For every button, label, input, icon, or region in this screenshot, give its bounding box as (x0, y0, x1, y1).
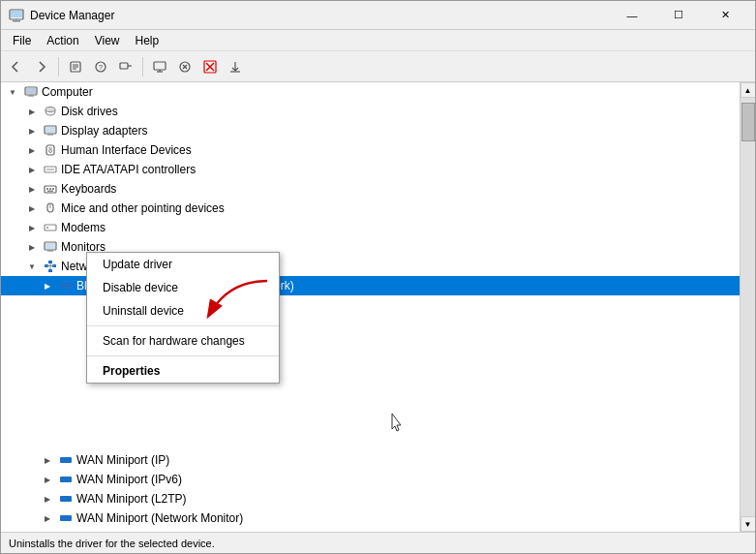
expand-display-icon[interactable]: ▶ (24, 123, 40, 138)
minimize-button[interactable]: — (610, 1, 654, 30)
tree-item-display[interactable]: ▶ Display adapters (1, 121, 740, 140)
scroll-down-arrow[interactable]: ▼ (741, 516, 756, 532)
tree-item-wan3[interactable]: ▶ WAN Miniport (L2TP) (1, 489, 740, 508)
toolbar-separator-2 (142, 57, 143, 77)
ctx-update-label: Update driver (103, 258, 172, 271)
svg-rect-61 (60, 515, 72, 521)
menu-help[interactable]: Help (128, 32, 167, 49)
tree-item-wan5[interactable]: ▶ WAN Miniport (PPPOE) (1, 528, 740, 532)
scroll-up-arrow[interactable]: ▲ (741, 82, 756, 98)
toolbar-separator-1 (58, 57, 59, 77)
ctx-disable-label: Disable device (103, 281, 178, 294)
action-button[interactable] (173, 55, 197, 78)
expand-network-icon[interactable]: ▼ (24, 259, 40, 274)
wan4-icon (58, 510, 74, 526)
tree-item-keyboards[interactable]: ▶ Keyboards (1, 179, 740, 199)
svg-rect-38 (49, 188, 51, 190)
tree-item-mice[interactable]: ▶ Mice and other pointing devices (1, 199, 740, 218)
computer-label: Computer (42, 85, 93, 99)
expand-ide-icon[interactable]: ▶ (24, 162, 40, 177)
expand-bluetooth-icon[interactable]: ▶ (40, 278, 55, 293)
computer-icon (23, 84, 39, 100)
ctx-disable-device[interactable]: Disable device (87, 276, 279, 299)
svg-rect-40 (47, 191, 53, 193)
expand-wan2-icon[interactable]: ▶ (40, 472, 55, 487)
remove-button[interactable] (198, 55, 222, 78)
update-button[interactable]: ? (89, 55, 112, 78)
svg-rect-23 (26, 88, 36, 94)
svg-rect-12 (154, 62, 166, 70)
tree-item-wan1[interactable]: ▶ WAN Miniport (IP) (1, 450, 740, 470)
back-button[interactable] (5, 55, 28, 78)
svg-rect-56 (60, 283, 72, 289)
device-tree[interactable]: ▼ Computer ▶ Disk drives ▶ Display adapt… (1, 82, 740, 532)
tree-item-wan4[interactable]: ▶ WAN Miniport (Network Monitor) (1, 508, 740, 528)
svg-point-33 (49, 150, 52, 153)
disk-label: Disk drives (61, 105, 118, 118)
menu-file[interactable]: File (5, 32, 39, 49)
wan4-label: WAN Miniport (Network Monitor) (76, 511, 243, 525)
svg-rect-46 (45, 243, 55, 249)
keyboards-label: Keyboards (61, 182, 116, 196)
keyboard-icon (43, 181, 58, 197)
tree-item-hid[interactable]: ▶ Human Interface Devices (1, 140, 740, 160)
download-button[interactable] (224, 55, 247, 78)
expand-keyboards-icon[interactable]: ▶ (24, 181, 40, 197)
close-button[interactable]: ✕ (703, 1, 747, 30)
ctx-properties[interactable]: Properties (87, 359, 279, 383)
expand-modems-icon[interactable]: ▶ (24, 220, 40, 235)
monitor-icon (43, 239, 58, 255)
menu-action[interactable]: Action (39, 32, 86, 49)
modem-icon (43, 220, 58, 235)
context-menu: Update driver Disable device Uninstall d… (86, 252, 280, 384)
tree-item-computer[interactable]: ▼ Computer (1, 82, 740, 102)
mice-label: Mice and other pointing devices (61, 201, 225, 215)
device-manager-window: Device Manager — ☐ ✕ File Action View He… (0, 0, 756, 554)
main-area: ▼ Computer ▶ Disk drives ▶ Display adapt… (1, 82, 755, 532)
scroll-thumb[interactable] (741, 103, 755, 141)
expand-wan3-icon[interactable]: ▶ (40, 491, 55, 507)
svg-point-27 (45, 108, 55, 112)
expand-wan4-icon[interactable]: ▶ (40, 510, 55, 526)
expand-hid-icon[interactable]: ▶ (24, 142, 40, 158)
svg-rect-29 (45, 127, 55, 133)
app-icon (9, 8, 24, 23)
svg-rect-39 (52, 188, 54, 190)
ide-label: IDE ATA/ATAPI controllers (61, 163, 196, 176)
expand-wan1-icon[interactable]: ▶ (40, 452, 55, 468)
svg-rect-37 (46, 188, 48, 190)
wan2-label: WAN Miniport (IPv6) (76, 473, 182, 486)
tree-item-disk[interactable]: ▶ Disk drives (1, 102, 740, 121)
ctx-separator-2 (87, 355, 279, 356)
window-title: Device Manager (30, 9, 610, 22)
tree-item-wan2[interactable]: ▶ WAN Miniport (IPv6) (1, 470, 740, 489)
menu-bar: File Action View Help (1, 30, 755, 51)
bluetooth-device-icon (58, 278, 74, 293)
wan1-icon (58, 452, 74, 468)
svg-rect-10 (120, 63, 128, 69)
svg-text:?: ? (99, 63, 104, 72)
expand-monitors-icon[interactable]: ▶ (24, 239, 40, 255)
hid-label: Human Interface Devices (61, 143, 192, 157)
menu-view[interactable]: View (87, 32, 128, 49)
scroll-track[interactable] (741, 98, 756, 516)
tree-item-ide[interactable]: ▶ IDE ATA/ATAPI controllers (1, 160, 740, 179)
wan3-icon (58, 491, 74, 507)
expand-disk-icon[interactable]: ▶ (24, 104, 40, 119)
properties-button[interactable] (64, 55, 87, 78)
ctx-uninstall-label: Uninstall device (103, 304, 184, 318)
title-bar: Device Manager — ☐ ✕ (1, 1, 755, 30)
expand-computer-icon[interactable]: ▼ (5, 84, 20, 100)
scan-button[interactable] (114, 55, 137, 78)
mouse-icon (43, 200, 58, 216)
maximize-button[interactable]: ☐ (656, 1, 701, 30)
ctx-uninstall-device[interactable]: Uninstall device (87, 299, 279, 323)
ctx-scan-hardware[interactable]: Scan for hardware changes (87, 329, 279, 353)
forward-button[interactable] (30, 55, 53, 78)
ctx-update-driver[interactable]: Update driver (87, 253, 279, 276)
monitor-button[interactable] (148, 55, 171, 78)
tree-item-modems[interactable]: ▶ Modems (1, 218, 740, 237)
scrollbar-right[interactable]: ▲ ▼ (740, 82, 755, 532)
expand-wan5-icon[interactable]: ▶ (40, 530, 55, 532)
expand-mice-icon[interactable]: ▶ (24, 200, 40, 216)
